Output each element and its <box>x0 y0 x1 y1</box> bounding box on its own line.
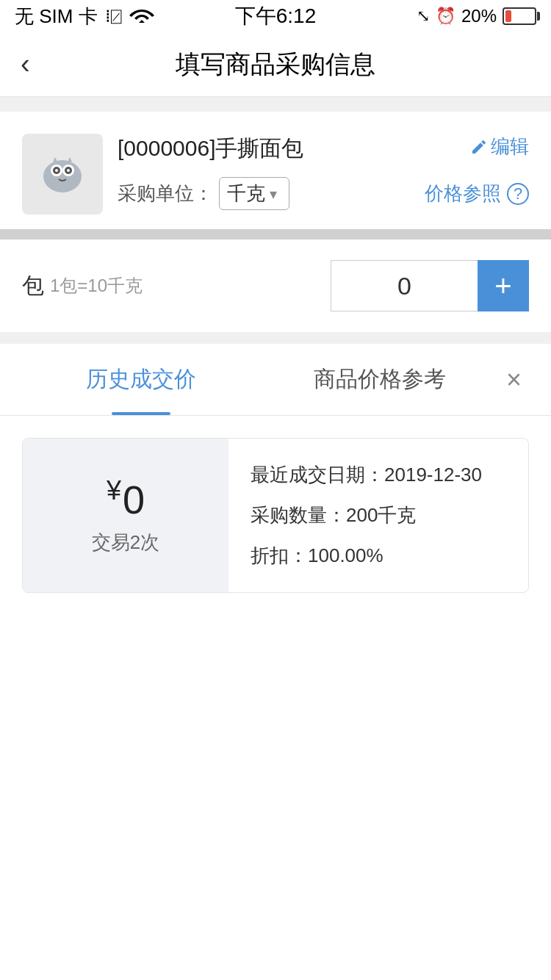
svg-point-6 <box>67 169 70 172</box>
product-card: [0000006]手撕面包 编辑 采购单位： 千克 ▾ 价格参照 ? <box>0 112 551 229</box>
page-title: 填写商品采购信息 <box>176 48 375 82</box>
status-indicators: ⤡ ⏰ 20% <box>417 6 536 26</box>
battery-bar <box>503 7 536 25</box>
quantity-row: 包 1包=10千克 + <box>0 239 551 332</box>
back-button[interactable]: ‹ <box>21 48 30 80</box>
price-ref-help-icon: ? <box>507 183 529 205</box>
discount-row: 折扣：100.00% <box>251 541 506 570</box>
product-info: [0000006]手撕面包 编辑 采购单位： 千克 ▾ 价格参照 ? <box>118 134 529 210</box>
tab-header: 历史成交价 商品价格参考 × <box>0 344 551 416</box>
edit-icon <box>470 138 488 156</box>
price-card-left: ¥0 交易2次 <box>23 439 228 592</box>
price-card: ¥0 交易2次 最近成交日期：2019-12-30 采购数量：200千克 折扣：… <box>22 438 529 593</box>
currency-symbol: ¥ <box>107 475 121 505</box>
product-logo-icon <box>37 148 88 200</box>
quantity-unit-label: 包 1包=10千克 <box>22 271 143 301</box>
price-reference-panel: 历史成交价 商品价格参考 × ¥0 交易2次 最近成交日期：2019-12-30… <box>0 344 551 615</box>
divider-bar <box>0 229 551 239</box>
product-header: [0000006]手撕面包 编辑 <box>118 134 529 164</box>
status-bar: 无 SIM 卡 ⁞⍁ 下午6:12 ⤡ ⏰ 20% <box>0 0 551 32</box>
location-icon: ⤡ <box>417 7 430 26</box>
edit-button[interactable]: 编辑 <box>470 134 529 159</box>
tab-content-history: ¥0 交易2次 最近成交日期：2019-12-30 采购数量：200千克 折扣：… <box>0 416 551 615</box>
tab-close-button[interactable]: × <box>499 357 529 403</box>
battery-pct: 20% <box>461 6 497 26</box>
svg-point-0 <box>43 160 82 192</box>
bottom-fill <box>0 615 551 980</box>
tab-product-price-ref[interactable]: 商品价格参考 <box>260 344 498 415</box>
quantity-unit-hint: 1包=10千克 <box>50 274 143 298</box>
price-trades: 交易2次 <box>92 530 159 555</box>
status-carrier: 无 SIM 卡 ⁞⍁ <box>15 4 155 29</box>
svg-marker-7 <box>53 157 57 162</box>
recent-date-row: 最近成交日期：2019-12-30 <box>251 461 506 489</box>
battery-fill <box>505 10 511 22</box>
quantity-row-detail: 采购数量：200千克 <box>251 501 506 530</box>
tab-history-price[interactable]: 历史成交价 <box>22 344 260 415</box>
unit-select[interactable]: 千克 ▾ <box>219 177 289 210</box>
status-time: 下午6:12 <box>235 2 317 30</box>
svg-point-5 <box>55 169 58 172</box>
wifi-icon: ⁞⍁ <box>105 6 121 26</box>
unit-label: 采购单位： 千克 ▾ <box>118 177 289 210</box>
quantity-unit-name: 包 <box>22 271 44 301</box>
wifi-signal <box>129 4 155 29</box>
product-unit-row: 采购单位： 千克 ▾ 价格参照 ? <box>118 177 529 210</box>
price-amount: ¥0 <box>107 475 145 522</box>
svg-marker-8 <box>68 157 72 162</box>
product-thumbnail <box>22 134 103 215</box>
quantity-control: + <box>331 260 529 311</box>
price-card-right: 最近成交日期：2019-12-30 采购数量：200千克 折扣：100.00% <box>228 439 528 592</box>
nav-bar: ‹ 填写商品采购信息 <box>0 32 551 97</box>
quantity-input[interactable] <box>331 260 478 311</box>
alarm-icon: ⏰ <box>436 7 455 26</box>
dropdown-arrow-icon: ▾ <box>270 185 277 203</box>
price-ref-button[interactable]: 价格参照 ? <box>425 181 529 206</box>
product-name: [0000006]手撕面包 <box>118 134 303 164</box>
quantity-plus-button[interactable]: + <box>478 260 529 311</box>
